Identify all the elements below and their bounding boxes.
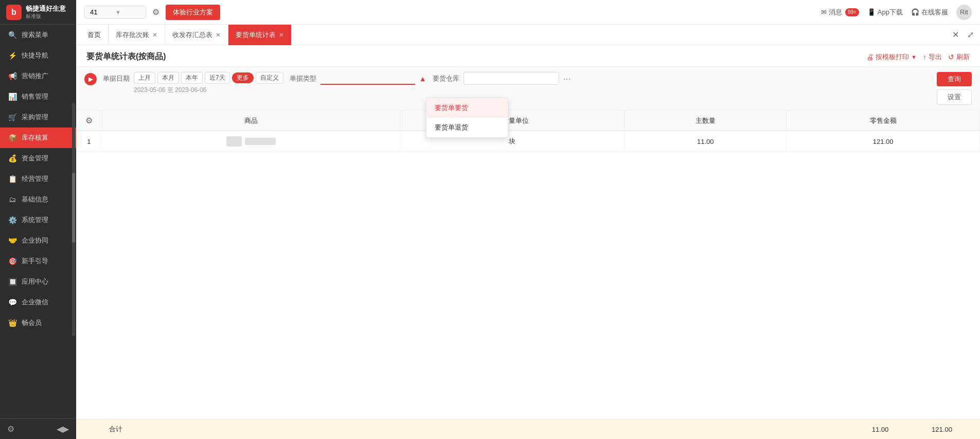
- type-filter-section: 单据类型 ▲: [290, 72, 426, 85]
- app-download-link[interactable]: 📱 App下载: [867, 8, 903, 17]
- operations-icon: 📋: [7, 174, 17, 184]
- refresh-icon: ↺: [948, 53, 954, 61]
- sidebar-item-guide[interactable]: 🎯 新手引导: [0, 251, 76, 271]
- settings-button[interactable]: 设置: [937, 89, 972, 105]
- sidebar-item-marketing[interactable]: 📢 营销推广: [0, 66, 76, 86]
- date-quick-buttons: 上月 本月 本年 近7天 更多 自定义: [134, 72, 283, 84]
- user-avatar[interactable]: Rit: [956, 5, 972, 20]
- warehouse-filter-section: 要货仓库 ···: [433, 72, 571, 85]
- table-row: 1 块 11.00 121.00: [76, 131, 980, 152]
- message-badge[interactable]: ✉ 消息 99+: [821, 8, 859, 17]
- sidebar-item-finance[interactable]: 💰 资金管理: [0, 148, 76, 169]
- sidebar-item-sales[interactable]: 📊 销售管理: [0, 86, 76, 107]
- sidebar-logo: b 畅捷通好生意 标准版: [0, 0, 76, 25]
- member-icon: 👑: [7, 318, 17, 328]
- page-header-actions: 🖨 按模板打印 ▼ ↑ 导出 ↺ 刷新: [866, 52, 970, 62]
- query-button[interactable]: 查询: [937, 72, 972, 86]
- more-filters-icon[interactable]: ···: [563, 74, 571, 84]
- dropdown-item-order-return[interactable]: 要货单退货: [426, 118, 508, 137]
- branch-selector[interactable]: 41 ▼: [84, 6, 146, 19]
- main-content: 41 ▼ ⚙ 体验行业方案 ✉ 消息 99+ 📱 App下载 🎧 在线客服 Ri…: [76, 0, 980, 439]
- sidebar: b 畅捷通好生意 标准版 🔍 搜索菜单 ⚡ 快捷导航 📢 营销推广 📊 销售管理…: [0, 0, 76, 439]
- sales-icon: 📊: [7, 92, 17, 102]
- date-range-display: 2023-05-06 至 2023-06-06: [134, 86, 283, 95]
- table-header: ⚙ 商品 主计量单位 主数量 零售金额: [76, 111, 980, 131]
- row-qty: 11.00: [625, 131, 787, 152]
- more-btn[interactable]: 更多: [232, 72, 254, 83]
- message-icon: ✉: [821, 8, 827, 16]
- sidebar-item-purchase[interactable]: 🛒 采购管理: [0, 107, 76, 127]
- sidebar-item-search[interactable]: 🔍 搜索菜单: [0, 25, 76, 45]
- filter-bar: ▶ 单据日期 上月 本月 本年 近7天 更多 自定义 2023-05-06 至 …: [76, 67, 980, 111]
- type-filter-input[interactable]: [320, 72, 415, 85]
- wechat-icon: 💬: [7, 297, 17, 307]
- cur-month-btn[interactable]: 本月: [157, 72, 179, 84]
- search-icon: 🔍: [7, 30, 17, 40]
- custom-btn[interactable]: 自定义: [256, 72, 283, 84]
- tab-close-all-icon[interactable]: ✕: [950, 28, 961, 42]
- tab-inventory-batch[interactable]: 库存批次账 ✕: [109, 25, 165, 45]
- export-button[interactable]: ↑ 导出: [923, 52, 942, 62]
- week-btn[interactable]: 近7天: [205, 72, 230, 84]
- content-area: 要货单统计表(按商品) 🖨 按模板打印 ▼ ↑ 导出 ↺ 刷新: [76, 45, 980, 439]
- trial-button[interactable]: 体验行业方案: [166, 5, 220, 20]
- online-service-link[interactable]: 🎧 在线客服: [911, 8, 948, 17]
- date-filter-options: 上月 本月 本年 近7天 更多 自定义 2023-05-06 至 2023-06…: [134, 72, 283, 95]
- refresh-button[interactable]: ↺ 刷新: [948, 52, 970, 62]
- row-amount: 121.00: [787, 131, 980, 152]
- footer-total-label: 合计: [83, 425, 186, 434]
- headset-icon: 🎧: [911, 8, 919, 16]
- tab-close-dispatch-summary[interactable]: ✕: [216, 31, 221, 39]
- tab-home[interactable]: 首页: [80, 25, 109, 45]
- product-name-placeholder: [245, 138, 276, 145]
- system-icon: ⚙️: [7, 215, 17, 225]
- phone-icon: 📱: [867, 8, 876, 16]
- tab-expand-icon[interactable]: ⤢: [965, 28, 976, 42]
- warehouse-filter-input[interactable]: [464, 72, 559, 85]
- tab-close-inventory-batch[interactable]: ✕: [152, 31, 157, 39]
- sidebar-item-basic[interactable]: 🗂 基础信息: [0, 189, 76, 210]
- collapse-icon[interactable]: ◀▶: [57, 424, 69, 434]
- tabbar-right: ✕ ⤢: [950, 28, 976, 42]
- product-image-placeholder: [226, 136, 242, 147]
- table-area: ⚙ 商品 主计量单位 主数量 零售金额 1: [76, 111, 980, 419]
- topbar: 41 ▼ ⚙ 体验行业方案 ✉ 消息 99+ 📱 App下载 🎧 在线客服 Ri…: [76, 0, 980, 25]
- marketing-icon: 📢: [7, 71, 17, 81]
- guide-icon: 🎯: [7, 256, 17, 266]
- year-btn[interactable]: 本年: [181, 72, 203, 84]
- app-logo-icon: b: [6, 5, 22, 20]
- type-filter-arrow-icon[interactable]: ▲: [419, 75, 426, 83]
- sidebar-item-app-center[interactable]: 🔲 应用中心: [0, 271, 76, 292]
- table-body: 1 块 11.00 121.00: [76, 131, 980, 152]
- sidebar-item-wechat[interactable]: 💬 企业微信: [0, 292, 76, 313]
- sidebar-item-member[interactable]: 👑 畅会员: [0, 313, 76, 333]
- topbar-right: ✉ 消息 99+ 📱 App下载 🎧 在线客服 Rit: [821, 5, 972, 20]
- col-qty-header: 主数量: [625, 111, 787, 131]
- prev-month-btn[interactable]: 上月: [134, 72, 155, 84]
- topbar-left: 41 ▼ ⚙ 体验行业方案: [84, 5, 220, 20]
- inventory-icon: 📦: [7, 133, 17, 143]
- dropdown-item-order-goods[interactable]: 要货单要货: [426, 98, 508, 118]
- col-amount-header: 零售金额: [787, 111, 980, 131]
- tab-close-order-stats[interactable]: ✕: [279, 31, 284, 39]
- topbar-gear-icon[interactable]: ⚙: [152, 7, 159, 17]
- sidebar-item-operations[interactable]: 📋 经营管理: [0, 169, 76, 189]
- sidebar-bottom: ⚙ ◀▶: [0, 418, 76, 439]
- settings-icon[interactable]: ⚙: [7, 424, 14, 434]
- column-settings-icon[interactable]: ⚙: [85, 116, 93, 125]
- filter-actions: 查询 设置: [937, 72, 972, 105]
- filter-expand-button[interactable]: ▶: [84, 73, 97, 85]
- sidebar-item-enterprise[interactable]: 🤝 企业协同: [0, 230, 76, 251]
- app-center-icon: 🔲: [7, 277, 17, 287]
- sidebar-scrollbar[interactable]: [72, 103, 75, 336]
- purchase-icon: 🛒: [7, 112, 17, 122]
- tab-dispatch-summary[interactable]: 收发存汇总表 ✕: [165, 25, 228, 45]
- tab-order-stats[interactable]: 要货单统计表 ✕: [228, 25, 292, 45]
- app-brand: 畅捷通好生意 标准版: [26, 5, 66, 20]
- sidebar-item-system[interactable]: ⚙️ 系统管理: [0, 210, 76, 230]
- tabbar: 首页 库存批次账 ✕ 收发存汇总表 ✕ 要货单统计表 ✕ ✕ ⤢: [76, 25, 980, 45]
- col-product-header: 商品: [102, 111, 400, 131]
- print-button[interactable]: 🖨 按模板打印 ▼: [866, 52, 917, 62]
- sidebar-item-quick-nav[interactable]: ⚡ 快捷导航: [0, 45, 76, 66]
- sidebar-item-inventory[interactable]: 📦 库存核算: [0, 127, 76, 148]
